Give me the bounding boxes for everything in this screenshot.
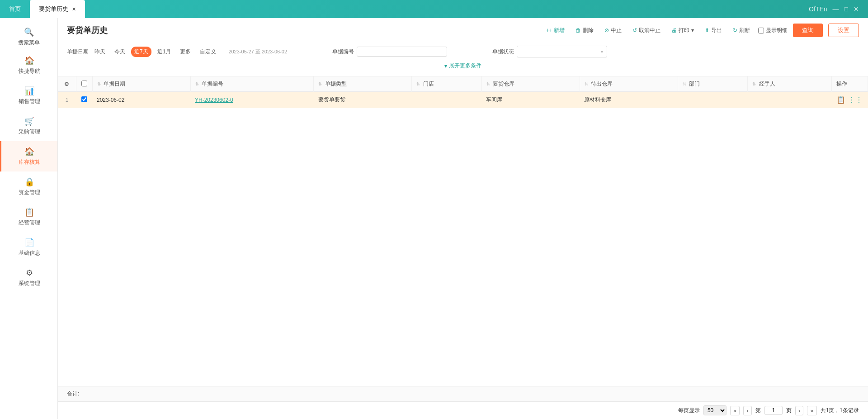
total-info: 共1页，1条记录: [821, 407, 859, 414]
row-doc-type: 要货单要货: [314, 92, 412, 108]
first-page-btn[interactable]: «: [730, 406, 740, 415]
sidebar-search[interactable]: 🔍 搜索菜单: [0, 22, 57, 50]
row-doc-date: 2023-06-02: [92, 92, 190, 108]
cart-icon: 🛒: [24, 116, 34, 126]
inventory-icon: 🏠: [24, 147, 34, 157]
minimize-icon[interactable]: —: [833, 5, 839, 13]
search-icon: 🔍: [24, 27, 34, 37]
row-req-warehouse: 车间库: [481, 92, 580, 108]
print-button[interactable]: 🖨 打印 ▾: [669, 25, 697, 36]
doc-status-filter: 单据状态 ▾: [492, 46, 607, 57]
refresh-button[interactable]: ↻ 刷新: [730, 25, 753, 36]
filter-row-1: 单据日期 昨天 今天 近7天 近1月 更多 自定义 2023-05-27 至 2…: [67, 46, 859, 57]
doc-no-input[interactable]: [357, 47, 447, 57]
table-footer: 合计:: [58, 386, 868, 401]
date-btn-custom[interactable]: 自定义: [197, 47, 219, 57]
top-tabs: 首页 要货单历史 ✕: [0, 0, 85, 18]
sidebar-item-sales-mgmt[interactable]: 📊 销售管理: [0, 81, 57, 111]
col-dept[interactable]: 部门: [678, 76, 748, 92]
col-store[interactable]: 门店: [412, 76, 482, 92]
row-more-icon[interactable]: ⋮⋮: [848, 95, 863, 104]
row-store: [412, 92, 482, 108]
main-layout: 🔍 搜索菜单 🏠 快捷导航 📊 销售管理 🛒 采购管理 🏠 库存核算 🔒 资金管…: [0, 18, 868, 419]
often-label: OfTEn: [809, 5, 827, 13]
next-page-btn[interactable]: ›: [795, 406, 803, 415]
date-buttons: 昨天 今天 近7天 近1月 更多 自定义: [91, 47, 219, 57]
col-operation: 操作: [832, 76, 868, 92]
display-detail-checkbox[interactable]: 显示明细: [758, 27, 788, 34]
clipboard-icon: 📋: [24, 207, 34, 217]
sidebar-item-basic-info[interactable]: 📄 基础信息: [0, 232, 57, 262]
date-btn-yesterday[interactable]: 昨天: [91, 47, 108, 57]
last-page-btn[interactable]: »: [807, 406, 816, 415]
page-number-input[interactable]: [764, 406, 783, 415]
col-doc-no[interactable]: 单据编号: [190, 76, 314, 92]
tab-requisition-history[interactable]: 要货单历史 ✕: [30, 0, 85, 18]
sidebar-item-purchase-mgmt[interactable]: 🛒 采购管理: [0, 111, 57, 141]
page-title: 要货单历史: [67, 25, 108, 36]
sidebar-item-finance-mgmt[interactable]: 🔒 资金管理: [0, 171, 57, 202]
page-header: 要货单历史 + + 新增 🗑 删除 ⊘ 中止 ↺ 取消中止: [58, 18, 868, 41]
col-doc-date[interactable]: 单据日期: [92, 76, 190, 92]
maximize-icon[interactable]: □: [844, 5, 848, 13]
date-range-text: 2023-05-27 至 2023-06-02: [228, 48, 287, 55]
date-btn-last7[interactable]: 近7天: [131, 47, 151, 57]
footer-label: 合计:: [67, 390, 79, 398]
top-bar: 首页 要货单历史 ✕ OfTEn — □ ✕: [0, 0, 868, 18]
query-button[interactable]: 查询: [793, 24, 823, 37]
stop-icon: ⊘: [604, 27, 609, 33]
display-detail-check[interactable]: [758, 28, 764, 33]
date-filter-label: 单据日期: [67, 48, 89, 56]
date-btn-last1m[interactable]: 近1月: [154, 47, 175, 57]
row-dept: [678, 92, 748, 108]
new-button[interactable]: + + 新增: [543, 25, 567, 36]
col-handler[interactable]: 经手人: [748, 76, 832, 92]
row-checkbox[interactable]: [81, 96, 87, 102]
table-row[interactable]: 1 2023-06-02 YH-20230602-0 要货单要货 车间库 原材料…: [58, 92, 868, 108]
header-actions: + + 新增 🗑 删除 ⊘ 中止 ↺ 取消中止 🖨 打印: [543, 24, 859, 37]
close-tab-icon[interactable]: ✕: [72, 6, 76, 12]
prev-page-btn[interactable]: ‹: [743, 406, 751, 415]
sidebar-item-system-mgmt[interactable]: ⚙ 系统管理: [0, 262, 57, 293]
data-table: ⚙ 单据日期 单据编号 单据类型: [58, 76, 868, 108]
table-body: 1 2023-06-02 YH-20230602-0 要货单要货 车间库 原材料…: [58, 92, 868, 108]
row-seq: 1: [58, 92, 76, 108]
col-settings[interactable]: ⚙: [58, 76, 76, 92]
window-close-icon[interactable]: ✕: [854, 5, 859, 13]
tab-home[interactable]: 首页: [0, 0, 30, 18]
expand-more-btn[interactable]: ▾ 展开更多条件: [67, 60, 859, 71]
cancel-stop-icon: ↺: [632, 27, 637, 33]
table-header-row: ⚙ 单据日期 单据编号 单据类型: [58, 76, 868, 92]
doc-no-label: 单据编号: [332, 48, 354, 56]
row-doc-no[interactable]: YH-20230602-0: [190, 92, 314, 108]
table-container: ⚙ 单据日期 单据编号 单据类型: [58, 76, 868, 386]
export-button[interactable]: ⬆ 导出: [702, 25, 725, 36]
cancel-stop-button[interactable]: ↺ 取消中止: [630, 25, 663, 36]
col-req-warehouse[interactable]: 要货仓库: [481, 76, 580, 92]
per-page-label: 每页显示: [678, 407, 700, 414]
col-doc-type[interactable]: 单据类型: [314, 76, 412, 92]
row-handler: [748, 92, 832, 108]
expand-arrow-icon: ▾: [444, 63, 447, 69]
gear-icon: ⚙: [26, 268, 33, 278]
date-filter: 单据日期 昨天 今天 近7天 近1月 更多 自定义: [67, 47, 219, 57]
row-edit-icon[interactable]: 📋: [836, 95, 845, 104]
doc-status-select[interactable]: ▾: [517, 46, 607, 57]
date-btn-today[interactable]: 今天: [111, 47, 128, 57]
sidebar-item-inventory-mgmt[interactable]: 🏠 库存核算: [0, 141, 57, 171]
delete-icon: 🗑: [576, 27, 581, 33]
date-range-display: 2023-05-27 至 2023-06-02: [228, 48, 287, 55]
date-btn-more[interactable]: 更多: [177, 47, 194, 57]
select-all-checkbox[interactable]: [81, 81, 87, 86]
home-icon: 🏠: [24, 56, 34, 66]
delete-button[interactable]: 🗑 删除: [573, 25, 596, 36]
row-checkbox-cell: [76, 92, 92, 108]
col-pending-warehouse[interactable]: 待出仓库: [580, 76, 678, 92]
stop-button[interactable]: ⊘ 中止: [602, 25, 624, 36]
per-page-select[interactable]: 50 10 20 100: [703, 405, 726, 415]
window-controls: OfTEn — □ ✕: [809, 5, 859, 13]
settings-button[interactable]: 设置: [828, 24, 859, 37]
doc-no-filter: 单据编号: [332, 47, 447, 57]
sidebar-item-operation-mgmt[interactable]: 📋 经营管理: [0, 202, 57, 232]
sidebar-item-quick-nav[interactable]: 🏠 快捷导航: [0, 50, 57, 81]
